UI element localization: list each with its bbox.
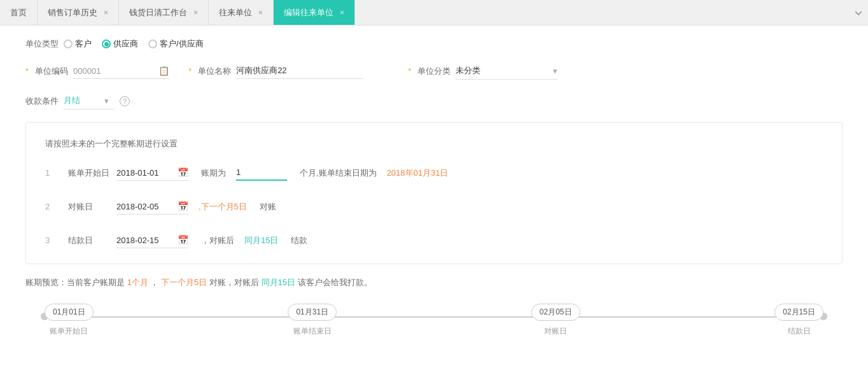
tab-cash-work[interactable]: 钱货日清工作台 × xyxy=(119,0,209,25)
radio-both-label: 客户/供应商 xyxy=(160,38,204,50)
radio-customer-label: 客户 xyxy=(75,38,92,50)
timeline-point-2: 01月31日 账单结束日 xyxy=(288,304,337,337)
timeline-label-3: 对账日 xyxy=(544,326,567,337)
row-2-date-wrap: 📅 xyxy=(116,199,188,215)
preview-section: 账期预览：当前客户账期是 1个月 ， 下一个月5日 对账，对账后 同月15日 该… xyxy=(25,277,843,288)
settings-title: 请按照未来的一个完整帐期进行设置 xyxy=(45,138,823,150)
row-num-1: 1 xyxy=(45,168,58,178)
unit-code-input[interactable] xyxy=(73,66,156,76)
radio-supplier-circle xyxy=(102,39,111,48)
row-1-date-wrap: 📅 xyxy=(116,165,188,181)
tab-edit-partner[interactable]: 编辑往来单位 × xyxy=(274,0,355,25)
timeline-container: 01月01日 账单开始日 01月31日 账单结束日 02月05日 对账日 02月… xyxy=(25,304,843,337)
timeline-badge-1: 01月01日 xyxy=(45,304,94,321)
unit-name-group: * 单位名称 xyxy=(188,64,363,79)
unit-code-icon[interactable]: 📋 xyxy=(158,66,169,76)
row-3-suffix-normal: ，对账后 xyxy=(201,235,234,246)
unit-type-group: 单位类型 客户 供应商 客户/供应商 xyxy=(25,38,204,50)
payment-terms-select[interactable]: 月结 ▾ xyxy=(64,92,115,109)
tab-edit-partner-label: 编辑往来单位 xyxy=(284,7,333,18)
tab-bar: 首页 销售订单历史 × 钱货日清工作台 × 往来单位 × 编辑往来单位 × xyxy=(0,0,868,25)
timeline-badge-3: 02月05日 xyxy=(531,304,580,321)
tab-sales-history-close[interactable]: × xyxy=(104,8,108,17)
unit-category-value: 未分类 xyxy=(456,65,494,76)
radio-both-circle xyxy=(148,39,157,48)
row-1-end-highlight: 2018年01月31日 xyxy=(387,167,449,179)
timeline-point-1: 01月01日 账单开始日 xyxy=(45,304,94,337)
timeline-label-4: 结款日 xyxy=(788,326,811,337)
row-label-3: 结款日 xyxy=(68,235,106,246)
row-3-calendar-icon[interactable]: 📅 xyxy=(178,235,188,245)
unit-category-star: * xyxy=(408,66,411,76)
row-2-date-input[interactable] xyxy=(116,202,174,211)
row-2-suffix-normal: 对账 xyxy=(260,201,276,213)
preview-suffix: 该客户会给我打款。 xyxy=(298,278,372,287)
tab-partner-unit[interactable]: 往来单位 × xyxy=(209,0,274,25)
preview-mid2: 对账，对账后 xyxy=(209,278,259,287)
radio-supplier-label: 供应商 xyxy=(113,38,138,50)
unit-code-label: 单位编码 xyxy=(35,66,68,77)
setting-row-2: 2 对账日 📅 ,下一个月5日 对账 xyxy=(45,199,823,215)
preview-period: 1个月 xyxy=(127,278,148,287)
radio-both[interactable]: 客户/供应商 xyxy=(148,38,204,50)
preview-payment: 同月15日 xyxy=(262,278,295,287)
radio-supplier[interactable]: 供应商 xyxy=(102,38,138,50)
page-content: 单位类型 客户 供应商 客户/供应商 * 单位编码 xyxy=(0,25,868,387)
radio-customer[interactable]: 客户 xyxy=(64,38,92,50)
tab-cash-work-close[interactable]: × xyxy=(193,8,198,17)
row-2-calendar-icon[interactable]: 📅 xyxy=(178,201,188,211)
row-1-period-unit: 个月,账单结束日期为 xyxy=(300,167,377,179)
unit-code-input-wrap: 📋 xyxy=(73,63,169,79)
row-3-date-wrap: 📅 xyxy=(116,232,188,248)
unit-info-row: * 单位编码 📋 * 单位名称 * 单位分类 未分类 ▾ xyxy=(25,62,843,80)
unit-code-star: * xyxy=(25,66,29,76)
timeline-badge-2: 01月31日 xyxy=(288,304,337,321)
settings-box: 请按照未来的一个完整帐期进行设置 1 账单开始日 📅 账期为 个月,账单结束日期… xyxy=(25,122,843,264)
timeline-label-2: 账单结束日 xyxy=(293,326,332,337)
payment-terms-chevron: ▾ xyxy=(104,96,109,106)
preview-reconcile: 下一个月5日 xyxy=(161,278,207,287)
unit-name-star: * xyxy=(188,66,192,76)
unit-category-group: * 单位分类 未分类 ▾ xyxy=(408,62,557,80)
timeline-points: 01月01日 账单开始日 01月31日 账单结束日 02月05日 对账日 02月… xyxy=(45,304,823,337)
row-3-suffix-teal: 同月15日 xyxy=(244,235,278,246)
unit-category-label: 单位分类 xyxy=(417,66,451,77)
tab-cash-work-label: 钱货日清工作台 xyxy=(129,7,187,18)
row-1-mid-text: 账期为 xyxy=(201,167,226,179)
unit-name-label: 单位名称 xyxy=(198,66,231,77)
tab-home-label: 首页 xyxy=(10,7,27,18)
timeline-line xyxy=(45,316,823,318)
row-3-date-input[interactable] xyxy=(116,236,174,245)
tab-edit-partner-close[interactable]: × xyxy=(340,8,344,17)
tab-partner-unit-close[interactable]: × xyxy=(258,8,263,17)
radio-customer-circle xyxy=(64,39,73,48)
row-1-date-input[interactable] xyxy=(116,168,174,178)
row-label-1: 账单开始日 xyxy=(68,167,106,179)
payment-terms-group: 收款条件 月结 ▾ ? xyxy=(25,92,130,109)
unit-category-select[interactable]: 未分类 ▾ xyxy=(456,62,557,80)
timeline-badge-4: 02月15日 xyxy=(774,304,823,321)
row-num-2: 2 xyxy=(45,202,58,211)
setting-row-3: 3 结款日 📅 ，对账后 同月15日 结款 xyxy=(45,232,823,248)
tab-sales-history[interactable]: 销售订单历史 × xyxy=(38,0,119,25)
row-1-period-input[interactable] xyxy=(236,165,287,181)
tab-home[interactable]: 首页 xyxy=(0,0,38,25)
timeline-point-3: 02月05日 对账日 xyxy=(531,304,580,337)
row-num-3: 3 xyxy=(45,236,58,245)
row-1-calendar-icon[interactable]: 📅 xyxy=(178,167,188,178)
payment-terms-label: 收款条件 xyxy=(25,95,59,107)
payment-terms-value: 月结 xyxy=(64,95,102,106)
setting-row-1: 1 账单开始日 📅 账期为 个月,账单结束日期为 2018年01月31日 xyxy=(45,165,823,181)
row-3-suffix-end: 结款 xyxy=(291,235,307,246)
preview-mid1: ， xyxy=(150,278,158,287)
row-label-2: 对账日 xyxy=(68,201,106,213)
tab-partner-unit-label: 往来单位 xyxy=(219,7,252,18)
tab-sales-history-label: 销售订单历史 xyxy=(48,7,97,18)
help-icon[interactable]: ? xyxy=(120,96,130,106)
unit-type-row: 单位类型 客户 供应商 客户/供应商 xyxy=(25,38,843,50)
preview-prefix: 账期预览：当前客户账期是 xyxy=(25,278,125,287)
timeline-point-4: 02月15日 结款日 xyxy=(774,304,823,337)
unit-name-input[interactable] xyxy=(236,64,363,79)
tab-expand-button[interactable] xyxy=(849,0,868,25)
unit-code-group: * 单位编码 📋 xyxy=(25,63,169,79)
